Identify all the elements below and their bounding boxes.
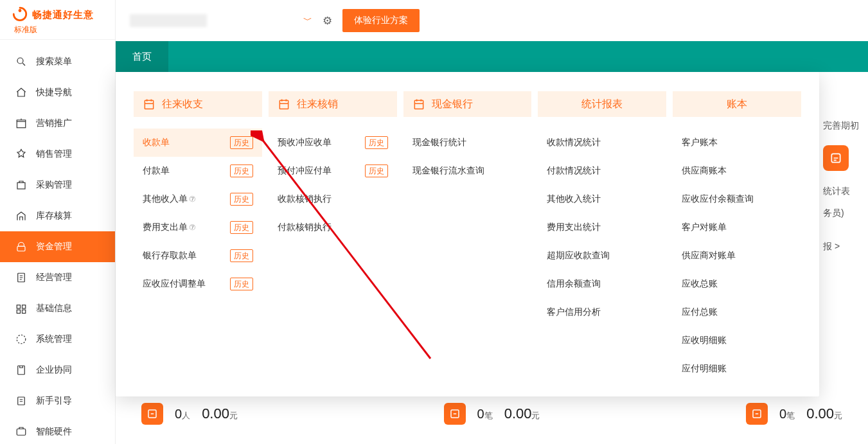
menu-item[interactable]: 付款情况统计	[538, 157, 666, 185]
menu-item-label: 应付总账	[682, 306, 718, 318]
menu-item[interactable]: 收款单历史	[134, 129, 262, 157]
menu-item[interactable]: 客户账本	[673, 129, 801, 157]
menu-item-label: 信用余额查询	[547, 278, 601, 290]
nav-item[interactable]: 库存核算	[0, 200, 115, 231]
menu-item[interactable]: 其他收入统计	[538, 185, 666, 213]
stats-shortcut-icon[interactable]	[823, 145, 849, 171]
nav-icon	[15, 426, 27, 438]
menu-item[interactable]: 收款核销执行	[269, 185, 397, 213]
tab-home[interactable]: 首页	[116, 41, 168, 72]
history-tag[interactable]: 历史	[365, 136, 388, 149]
menu-item[interactable]: 应收应付余额查询	[673, 185, 801, 213]
nav-label: 智能硬件	[36, 426, 72, 438]
menu-item[interactable]: 应付总账	[673, 298, 801, 326]
nav-label: 基础信息	[36, 303, 72, 314]
menu-item[interactable]: 应付明细账	[673, 355, 801, 383]
nav-icon	[15, 395, 27, 407]
menu-item[interactable]: 应收总账	[673, 270, 801, 298]
menu-item[interactable]: 费用支出统计	[538, 213, 666, 242]
menu-item[interactable]: 预收冲应收单历史	[269, 129, 397, 157]
menu-item[interactable]: 客户信用分析	[538, 298, 666, 326]
nav-item[interactable]: 新手引导	[0, 386, 115, 416]
nav-item[interactable]: 销售管理	[0, 139, 115, 170]
menu-item[interactable]: 应收明细账	[673, 326, 801, 355]
menu-item-label: 应收总账	[682, 278, 718, 290]
brand-version: 标准版	[14, 24, 103, 35]
menu-item-label: 现金银行流水查询	[412, 165, 484, 177]
menu-item-label: 客户对账单	[682, 222, 727, 233]
nav-icon	[15, 241, 27, 253]
nav-item[interactable]: 快捷导航	[0, 77, 115, 108]
menu-item-label: 付款情况统计	[547, 165, 601, 177]
org-selector[interactable]: ﹀	[130, 14, 312, 27]
menu-item[interactable]: 应收应付调整单历史	[134, 270, 262, 298]
history-tag[interactable]: 历史	[365, 164, 388, 177]
nav-item[interactable]: 搜索菜单	[0, 46, 115, 77]
nav-icon	[15, 179, 27, 191]
stat-amount: 0.00元	[806, 405, 842, 422]
nav-icon	[15, 148, 27, 160]
nav-icon	[15, 303, 27, 314]
menu-item[interactable]: 费用支出单⑦历史	[134, 213, 262, 242]
menu-item-label: 供应商对账单	[682, 250, 736, 262]
history-tag[interactable]: 历史	[230, 278, 253, 290]
stat-amount: 0.00元	[202, 405, 238, 422]
menu-item[interactable]: 现金银行统计	[403, 129, 532, 157]
nav-item[interactable]: 系统管理	[0, 324, 115, 355]
column-title: 往来核销	[297, 91, 338, 117]
history-tag[interactable]: 历史	[230, 164, 253, 177]
nav-item[interactable]: 企业协同	[0, 355, 115, 386]
nav-label: 企业协同	[36, 364, 72, 376]
nav-label: 销售管理	[36, 148, 72, 160]
nav-item[interactable]: 基础信息	[0, 293, 115, 324]
nav-item[interactable]: 采购管理	[0, 170, 115, 200]
help-icon: ⑦	[189, 223, 196, 232]
history-tag[interactable]: 历史	[230, 249, 253, 262]
menu-item[interactable]: 信用余额查询	[538, 270, 666, 298]
nav-icon	[15, 118, 27, 129]
nav-label: 经营管理	[36, 272, 72, 283]
menu-item-label: 应付明细账	[682, 363, 727, 375]
stat-icon	[444, 403, 466, 425]
nav-label: 营销推广	[36, 118, 72, 129]
menu-item[interactable]: 其他收入单⑦历史	[134, 185, 262, 213]
stat-card: 0人0.00元	[141, 403, 238, 425]
column-header: 往来核销	[269, 91, 397, 117]
menu-item-label: 应收应付余额查询	[682, 193, 754, 205]
svg-rect-20	[414, 100, 423, 109]
nav-icon	[15, 364, 27, 376]
chevron-down-icon: ﹀	[303, 15, 312, 26]
nav-icon	[15, 210, 27, 222]
industry-plan-button[interactable]: 体验行业方案	[342, 9, 420, 32]
menu-item[interactable]: 超期应收款查询	[538, 242, 666, 270]
nav-item[interactable]: 智能硬件	[0, 416, 115, 444]
menu-item-label: 客户信用分析	[547, 306, 601, 318]
gear-icon[interactable]: ⚙	[323, 14, 332, 28]
menu-item[interactable]: 收款情况统计	[538, 129, 666, 157]
svg-point-1	[17, 58, 23, 64]
menu-item[interactable]: 现金银行流水查询	[403, 157, 532, 185]
svg-rect-8	[17, 310, 20, 313]
menu-item[interactable]: 供应商对账单	[673, 242, 801, 270]
nav-item[interactable]: 经营管理	[0, 262, 115, 293]
stat-card: 0笔0.00元	[444, 403, 540, 425]
menu-item[interactable]: 供应商账本	[673, 157, 801, 185]
menu-item[interactable]: 客户对账单	[673, 213, 801, 242]
stats-row: 0人0.00元0笔0.00元0笔0.00元	[141, 403, 842, 425]
history-tag[interactable]: 历史	[230, 136, 253, 149]
mega-column: 统计报表收款情况统计付款情况统计其他收入统计费用支出统计超期应收款查询信用余额查…	[538, 91, 666, 377]
history-tag[interactable]: 历史	[230, 193, 253, 206]
menu-item[interactable]: 银行存取款单历史	[134, 242, 262, 270]
menu-item-label: 预收冲应收单	[278, 137, 332, 148]
menu-item[interactable]: 预付冲应付单历史	[269, 157, 397, 185]
menu-item[interactable]: 付款核销执行	[269, 213, 397, 242]
nav-item[interactable]: 资金管理	[0, 231, 115, 262]
mega-column: 往来核销预收冲应收单历史预付冲应付单历史收款核销执行付款核销执行	[269, 91, 397, 377]
menu-item-label: 供应商账本	[682, 165, 727, 177]
history-tag[interactable]: 历史	[230, 221, 253, 234]
help-icon: ⑦	[189, 195, 196, 204]
menu-item[interactable]: 付款单历史	[134, 157, 262, 185]
nav-item[interactable]: 营销推广	[0, 108, 115, 139]
menu-item-label: 预付冲应付单	[278, 165, 332, 177]
svg-rect-19	[279, 100, 288, 109]
